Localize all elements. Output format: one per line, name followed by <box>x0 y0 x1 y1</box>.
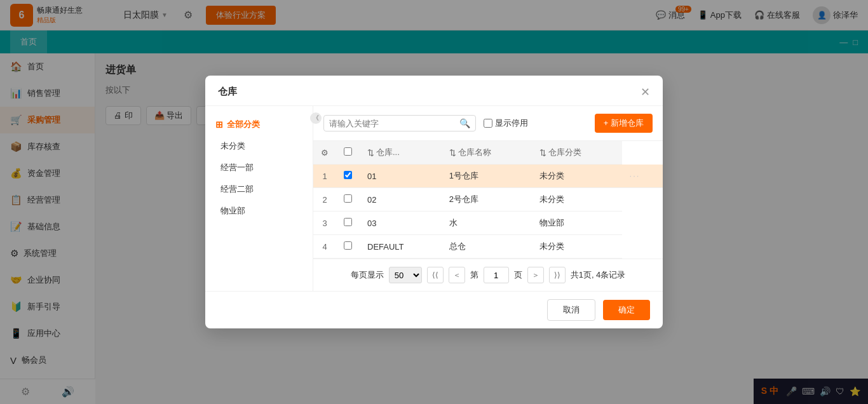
last-page-button[interactable]: ⟩⟩ <box>549 267 566 283</box>
dialog-body: ⊞ 全部分类 未分类 经营一部 经营二部 物业部 《 🔍 <box>205 106 663 291</box>
row-num: 3 <box>313 212 336 235</box>
row-category: 未分类 <box>532 165 622 188</box>
page-label: 页 <box>514 269 522 281</box>
table-row[interactable]: 1 01 1号仓库 未分类 ··· <box>313 165 663 188</box>
dialog-header: 仓库 ✕ <box>205 76 663 106</box>
category-panel: ⊞ 全部分类 未分类 经营一部 经营二部 物业部 <box>205 106 313 291</box>
row-category: 未分类 <box>532 188 622 212</box>
row-num: 1 <box>313 165 336 188</box>
row-num: 2 <box>313 188 336 212</box>
dialog-toolbar: 🔍 显示停用 + 新增仓库 <box>313 106 663 141</box>
col-settings: ⚙ <box>313 141 336 165</box>
row-name: 1号仓库 <box>442 165 532 188</box>
sort-icon-3: ⇅ <box>539 148 546 158</box>
pagination: 每页显示 50 100 ⟨⟨ ＜ 第 页 ＞ ⟩⟩ 共1页, 4条记录 <box>313 259 663 291</box>
modal-overlay: 仓库 ✕ ⊞ 全部分类 未分类 经营一部 经营二部 物业部 《 <box>0 0 868 404</box>
warehouse-list-panel: 🔍 显示停用 + 新增仓库 ⚙ <box>313 106 663 291</box>
row-check[interactable] <box>336 212 360 235</box>
col-check <box>336 141 360 165</box>
select-all-checkbox[interactable] <box>344 147 352 156</box>
search-box: 🔍 <box>323 115 476 131</box>
add-warehouse-button[interactable]: + 新增仓库 <box>595 114 653 133</box>
all-categories-label: 全部分类 <box>227 119 260 130</box>
cat-unclassified[interactable]: 未分类 <box>205 135 313 157</box>
row-name: 水 <box>442 212 532 235</box>
search-icon[interactable]: 🔍 <box>459 118 470 128</box>
close-icon[interactable]: ✕ <box>641 86 650 98</box>
row-check[interactable] <box>336 165 360 188</box>
row-code: DEFAULT <box>360 235 442 259</box>
sort-icon: ⇅ <box>367 148 374 158</box>
cat-property[interactable]: 物业部 <box>205 200 313 222</box>
prev-page-button[interactable]: ＜ <box>449 267 465 283</box>
col-name: ⇅ 仓库名称 <box>442 141 532 165</box>
row-category: 未分类 <box>532 235 622 259</box>
row-num: 4 <box>313 235 336 259</box>
per-page-select[interactable]: 50 100 <box>389 267 422 283</box>
search-input[interactable] <box>329 119 459 128</box>
row-category: 物业部 <box>532 212 622 235</box>
row-name: 总仓 <box>442 235 532 259</box>
row-actions[interactable]: ··· <box>622 165 663 188</box>
show-disabled-label[interactable]: 显示停用 <box>484 118 528 129</box>
cat-operations-1[interactable]: 经营一部 <box>205 157 313 178</box>
row-code: 01 <box>360 165 442 188</box>
warehouse-table: ⚙ ⇅ 仓库... ⇅ <box>313 141 663 259</box>
next-page-button[interactable]: ＞ <box>527 267 544 283</box>
all-categories-header[interactable]: ⊞ 全部分类 <box>205 114 313 135</box>
cat-operations-2[interactable]: 经营二部 <box>205 178 313 200</box>
row-check[interactable] <box>336 235 360 259</box>
row-code: 02 <box>360 188 442 212</box>
page-number-input[interactable] <box>484 267 509 283</box>
col-code: ⇅ 仓库... <box>360 141 442 165</box>
table-row[interactable]: 2 02 2号仓库 未分类 <box>313 188 663 212</box>
confirm-button[interactable]: 确定 <box>603 300 650 320</box>
sort-icon-2: ⇅ <box>449 148 456 158</box>
grid-icon: ⊞ <box>215 119 223 130</box>
page-label-before: 第 <box>470 269 478 281</box>
show-disabled-checkbox[interactable] <box>484 119 492 128</box>
row-code: 03 <box>360 212 442 235</box>
dialog-footer: 取消 确定 <box>205 291 663 328</box>
first-page-button[interactable]: ⟨⟨ <box>427 267 444 283</box>
warehouse-table-wrap: ⚙ ⇅ 仓库... ⇅ <box>313 141 663 259</box>
table-row[interactable]: 4 DEFAULT 总仓 未分类 <box>313 235 663 259</box>
warehouse-dialog: 仓库 ✕ ⊞ 全部分类 未分类 经营一部 经营二部 物业部 《 <box>205 76 663 328</box>
cancel-button[interactable]: 取消 <box>547 299 595 321</box>
row-check[interactable] <box>336 188 360 212</box>
row-name: 2号仓库 <box>442 188 532 212</box>
collapse-button[interactable]: 《 <box>310 112 322 124</box>
total-label: 共1页, 4条记录 <box>571 269 626 281</box>
table-row[interactable]: 3 03 水 物业部 <box>313 212 663 235</box>
per-page-label: 每页显示 <box>351 269 384 281</box>
dialog-title: 仓库 <box>218 86 237 98</box>
col-category: ⇅ 仓库分类 <box>532 141 622 165</box>
